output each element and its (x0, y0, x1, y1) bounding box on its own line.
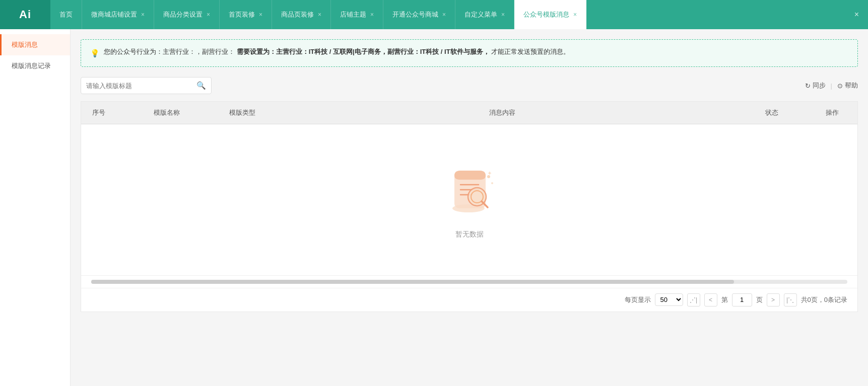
first-page-button[interactable]: ⋰| (687, 293, 700, 306)
page-number-input[interactable] (732, 293, 752, 306)
data-table: 序号 模版名称 模版类型 消息内容 状态 (81, 102, 857, 276)
page-size-label: 每页显示 (625, 295, 651, 304)
empty-row: 暂无数据 (81, 124, 857, 275)
notice-text: 您的公众号行业为：主营行业：，副营行业： 需要设置为：主营行业：IT科技 / 互… (104, 47, 570, 57)
col-status: 状态 (737, 102, 807, 124)
toolbar-right: ↻ 同步 | ⊙ 帮助 (805, 81, 858, 90)
notice-icon: 💡 (90, 47, 100, 59)
toolbar-divider: | (831, 82, 832, 90)
help-button[interactable]: ⊙ 帮助 (837, 81, 858, 90)
page-size-select[interactable]: 50 10 20 100 (655, 293, 683, 306)
table-body: 暂无数据 (81, 124, 857, 275)
empty-cell: 暂无数据 (81, 124, 857, 275)
total-label: 共0页，0条记录 (801, 295, 847, 304)
col-index: 序号 (81, 102, 116, 124)
sidebar-item-template-msg[interactable]: 模版消息 (0, 34, 70, 55)
main-layout: 模版消息 模版消息记录 💡 您的公众号行业为：主营行业：，副营行业： 需要设置为… (0, 29, 868, 386)
search-input[interactable] (86, 82, 193, 90)
scrollbar-thumb (91, 280, 734, 284)
close-tab-theme[interactable]: × (370, 12, 374, 18)
col-content: 消息内容 (268, 102, 737, 124)
close-tab-template[interactable]: × (573, 12, 577, 18)
sidebar: 模版消息 模版消息记录 (0, 29, 71, 386)
col-type: 模版类型 (217, 102, 268, 124)
content-area: 💡 您的公众号行业为：主营行业：，副营行业： 需要设置为：主营行业：IT科技 /… (71, 29, 868, 386)
svg-point-8 (491, 182, 493, 184)
table-container: 序号 模版名称 模版类型 消息内容 状态 (81, 101, 858, 312)
close-tab-category[interactable]: × (207, 12, 210, 18)
close-tab-weishop[interactable]: × (141, 12, 145, 18)
tab-category[interactable]: 商品分类设置 × (154, 0, 220, 29)
tab-homepage[interactable]: 首页装修 × (220, 0, 272, 29)
di-label: 第 (721, 295, 728, 304)
close-tab-mall[interactable]: × (442, 12, 446, 18)
page-label: 页 (756, 295, 763, 304)
empty-state: 暂无数据 (87, 130, 851, 269)
close-all-button[interactable]: × (845, 0, 868, 29)
notice-box: 💡 您的公众号行业为：主营行业：，副营行业： 需要设置为：主营行业：IT科技 /… (81, 39, 858, 67)
empty-illustration (439, 161, 500, 221)
tab-mall[interactable]: 开通公众号商城 × (383, 0, 455, 29)
close-tab-menu[interactable]: × (501, 12, 505, 18)
search-row: 🔍 ↻ 同步 | ⊙ 帮助 (81, 77, 858, 94)
tab-product[interactable]: 商品页装修 × (272, 0, 331, 29)
next-page-button[interactable]: > (767, 293, 780, 306)
tab-menu[interactable]: 自定义菜单 × (455, 0, 514, 29)
brand-logo: Ai (0, 0, 50, 29)
search-icon[interactable]: 🔍 (196, 81, 206, 90)
prev-page-button[interactable]: < (704, 293, 717, 306)
sync-button[interactable]: ↻ 同步 (805, 81, 826, 90)
col-action: 操作 (807, 102, 857, 124)
tab-theme[interactable]: 店铺主题 × (331, 0, 383, 29)
empty-icon-wrap (439, 161, 500, 221)
sidebar-item-template-record[interactable]: 模版消息记录 (0, 55, 70, 76)
last-page-button[interactable]: |⋱ (784, 293, 797, 306)
tab-template[interactable]: 公众号模版消息 × (514, 0, 586, 29)
search-input-wrap[interactable]: 🔍 (81, 77, 212, 94)
close-tab-homepage[interactable]: × (259, 12, 262, 18)
empty-text: 暂无数据 (455, 230, 484, 239)
tab-home[interactable]: 首页 (50, 0, 82, 29)
close-tab-product[interactable]: × (318, 12, 321, 18)
help-icon: ⊙ (837, 82, 843, 90)
scrollbar-row (81, 276, 857, 288)
col-name: 模版名称 (116, 102, 217, 124)
table-header: 序号 模版名称 模版类型 消息内容 状态 (81, 102, 857, 124)
pagination-bar: 每页显示 50 10 20 100 ⋰| < 第 页 > |⋱ 共0页，0条记录 (81, 288, 857, 312)
fake-scrollbar[interactable] (91, 280, 847, 284)
sync-icon: ↻ (805, 82, 811, 90)
svg-point-7 (487, 175, 490, 178)
tab-weishop[interactable]: 微商城店铺设置 × (82, 0, 154, 29)
topbar: Ai 首页 微商城店铺设置 × 商品分类设置 × 首页装修 × 商品页装修 × … (0, 0, 868, 29)
